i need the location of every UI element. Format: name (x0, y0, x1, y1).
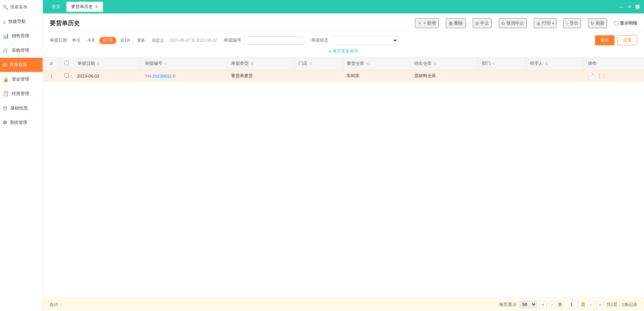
first-page-button[interactable]: « (539, 301, 546, 308)
sort-doctype-icon[interactable]: ⇅ (251, 62, 253, 65)
th-settings: ⚙ (43, 57, 60, 70)
refresh-button[interactable]: ↻ 刷新 (588, 18, 607, 28)
date-btn-yesterday[interactable]: 昨天 (70, 37, 83, 44)
sidebar-item-ops[interactable]: 📋 经营管理 (0, 87, 43, 101)
doc-number-label: 单据编号 (224, 37, 241, 43)
row-doc-no: YH-20230602-0 (141, 70, 227, 82)
row-number: 1 (50, 74, 52, 79)
edit-icon[interactable]: 📄 (588, 73, 594, 79)
sort-store-icon[interactable]: ⇅ (309, 62, 312, 65)
query-button[interactable]: 查询 (595, 35, 614, 45)
doc-number-input[interactable] (244, 36, 304, 45)
date-btn-today[interactable]: 今天 (85, 37, 98, 44)
th-dept-label: 部门 (482, 61, 491, 66)
sidebar-item-label: 库存核算 (10, 62, 27, 68)
doc-no-link[interactable]: YH-20230602-0 (145, 74, 175, 79)
home-icon: ⌂ (3, 19, 6, 25)
export-button[interactable]: ↑ 导出 (564, 18, 581, 28)
row-checkbox[interactable] (64, 73, 69, 78)
ops-icon: 📋 (3, 91, 9, 97)
search-icon: 🔍 (3, 5, 8, 10)
export-label: 导出 (570, 20, 578, 26)
sidebar-item-finance[interactable]: 🔒 资金管理 (0, 72, 43, 87)
sidebar-item-label: 快捷导航 (8, 18, 26, 25)
topbar-right: — ✕ ⬜ (619, 4, 640, 9)
last-page-button[interactable]: » (597, 301, 604, 308)
print-button[interactable]: 🖨 打印 ▾ (534, 18, 556, 28)
stop-button[interactable]: ⊘ 中止 (473, 18, 492, 28)
date-btn-more[interactable]: 更多 (135, 37, 148, 44)
sort-pendwh-icon[interactable]: ⇅ (434, 62, 436, 65)
th-action-label: 操作 (588, 61, 597, 66)
tab-yaohuodan[interactable]: 要货单历史 ✕ (66, 2, 103, 12)
date-range-display: 2023-05-27 至 2023-06-02 (169, 38, 217, 43)
sort-reqwh-icon[interactable]: ⇅ (366, 62, 369, 65)
divider6 (584, 20, 585, 26)
cancel-stop-button[interactable]: ⊙ 取消中止 (499, 18, 527, 28)
show-detail-toggle[interactable]: 显示明细 (614, 20, 637, 26)
close-window-icon[interactable]: ✕ (628, 4, 631, 9)
sidebar-item-inventory[interactable]: ⊞ 库存核算 (0, 58, 43, 72)
date-btn-1month[interactable]: 近1月 (118, 37, 133, 44)
chart-icon: 📊 (3, 33, 9, 39)
th-action: 操作 (584, 57, 644, 70)
row-num: 1 (43, 70, 60, 82)
status-label: 单据状态 (311, 37, 328, 43)
prev-page-button[interactable]: ‹ (549, 301, 555, 308)
sidebar-search[interactable]: 🔍 搜索菜单 (0, 0, 43, 14)
row-dept (478, 70, 526, 82)
divider5 (560, 20, 560, 26)
maximize-icon[interactable]: ⬜ (635, 5, 640, 9)
status-select[interactable] (331, 36, 398, 45)
base-icon: 🗒 (3, 105, 8, 111)
select-all-checkbox[interactable] (64, 61, 69, 65)
sort-date-icon[interactable]: ⇅ (97, 62, 99, 65)
status-filter: 单据状态 (311, 36, 398, 45)
action-icons: 📄 ⋮⋮ (588, 73, 640, 79)
system-icon: ⚙ (3, 120, 7, 126)
next-page-button[interactable]: › (588, 301, 594, 308)
sidebar-item-label: 采购管理 (12, 47, 29, 53)
divider4 (530, 20, 530, 26)
row-date: 2023-06-02 (73, 70, 141, 82)
delete-button[interactable]: 🗑 删除 (446, 18, 466, 28)
doc-number-filter: 单据编号 (224, 36, 304, 45)
page-label-before: 第 (558, 302, 562, 308)
expand-filter-button[interactable]: ▾ 展开更多条件 (50, 48, 637, 54)
total-info: 共1页，1条记录 (606, 302, 637, 308)
show-detail-checkbox[interactable] (614, 21, 619, 26)
main-area: 首页 要货单历史 ✕ — ✕ ⬜ 要货单历史 ＋ + 新增 🗑 删除 (43, 0, 644, 311)
sort-docno-icon[interactable]: ⇅ (164, 62, 167, 65)
page-label-after: 页 (581, 302, 585, 308)
date-btn-custom[interactable]: 自定义 (149, 37, 167, 44)
date-btn-7days[interactable]: 近7天 (99, 37, 116, 44)
row-pending-warehouse: 原材料仓库 (410, 70, 478, 82)
sort-dept-icon[interactable]: ⇅ (492, 62, 495, 65)
minimize-icon[interactable]: — (619, 4, 624, 9)
page-header: 要货单历史 ＋ + 新增 🗑 删除 ⊘ 中止 ⊙ (43, 13, 644, 31)
sidebar-item-base[interactable]: 🗒 基础信息 (0, 101, 43, 116)
tab-home[interactable]: 首页 (47, 2, 65, 12)
page-number-input[interactable] (565, 301, 578, 308)
sidebar-item-system[interactable]: ⚙ 系统管理 (0, 116, 43, 130)
row-req-warehouse: 车间库 (342, 70, 410, 82)
stop-icon: ⊘ (475, 21, 479, 26)
more-icon[interactable]: ⋮⋮ (597, 73, 607, 79)
th-handler: 经手人 ⇅ (526, 57, 584, 70)
sidebar-item-quick-nav[interactable]: ⌂ 快捷导航 (0, 14, 43, 29)
sidebar-item-sales[interactable]: 📊 销售管理 (0, 29, 43, 43)
cancel-stop-icon: ⊙ (501, 21, 505, 26)
add-button[interactable]: ＋ + 新增 (415, 18, 438, 28)
th-req-warehouse: 要货仓库 ⇅ (342, 57, 410, 70)
close-tab-icon[interactable]: ✕ (95, 4, 98, 9)
date-filter-label: 单据日期 (50, 37, 67, 43)
sort-handler-icon[interactable]: ⇅ (545, 62, 548, 65)
page-title: 要货单历史 (50, 19, 80, 27)
divider7 (610, 20, 611, 26)
add-label: + 新增 (423, 20, 436, 26)
sidebar-item-purchase[interactable]: 🛒 采购管理 (0, 43, 43, 58)
settings-button[interactable]: 设置 (617, 35, 637, 45)
settings-icon[interactable]: ⚙ (49, 61, 53, 66)
page-size-select[interactable]: 10 20 50 100 (519, 301, 537, 308)
per-page-label: 每页显示 (499, 302, 517, 308)
